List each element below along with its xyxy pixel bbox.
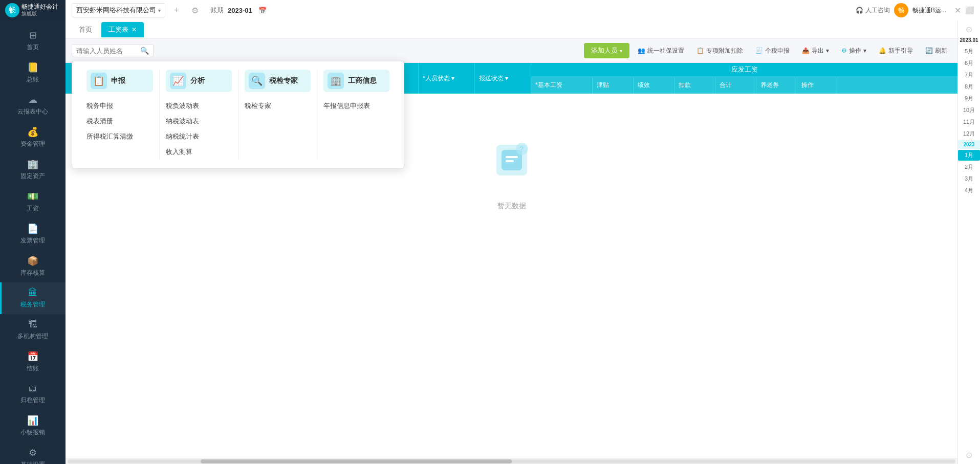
- search-container: 🔍: [72, 44, 154, 57]
- tab-home[interactable]: 首页: [72, 22, 99, 37]
- month-item-10[interactable]: 10月: [958, 105, 980, 116]
- inventory-icon: 📦: [27, 255, 38, 267]
- menu-item-income[interactable]: 收入测算: [166, 144, 232, 160]
- avatar: 畅: [894, 3, 908, 17]
- sidebar-item-tax[interactable]: 🏛 税务管理: [0, 282, 66, 314]
- sidebar-item-xiaoyang[interactable]: 📊 小畅报销: [0, 410, 66, 442]
- tab-close-icon[interactable]: ✕: [132, 26, 137, 33]
- export-dropdown-icon: ▾: [826, 47, 829, 54]
- th-total: 合计: [715, 77, 756, 94]
- guide-icon: 🔔: [879, 47, 886, 54]
- sidebar-item-inventory[interactable]: 📦 库存核算: [0, 250, 66, 282]
- dropdown-arrow-icon: ▾: [620, 48, 622, 54]
- current-year-label: 2023: [958, 140, 980, 149]
- menu-item-taxpay[interactable]: 纳税波动表: [166, 114, 232, 129]
- taxcheck-title: 税检专家: [269, 76, 298, 85]
- cloud-icon: ☁: [28, 94, 37, 105]
- month-item-6[interactable]: 6月: [958, 58, 980, 69]
- operate-button[interactable]: ⚙ 操作 ▾: [837, 45, 870, 57]
- menu-item-taxreport[interactable]: 税务申报: [86, 98, 153, 114]
- company-name: 西安虾米网络科技有限公司: [76, 6, 156, 15]
- panel-up-icon[interactable]: ⊙: [966, 25, 972, 34]
- tax-icon: 🏛: [28, 288, 37, 298]
- operate-dropdown-icon: ▾: [863, 47, 866, 54]
- guide-button[interactable]: 🔔 新手引导: [875, 45, 917, 57]
- th-base-salary: *基本工资: [531, 77, 593, 94]
- right-panel: ⊙ 2023.01 5月 6月 7月 8月 9月 10月 11月 12月 202…: [957, 20, 980, 464]
- sidebar-item-invoice[interactable]: 📄 发票管理: [0, 218, 66, 250]
- th-status: *人员状态 ▾: [419, 63, 475, 94]
- settings-icon: ⚙: [29, 447, 37, 458]
- month-item-12[interactable]: 12月: [958, 128, 980, 139]
- filter-icon[interactable]: ▾: [451, 75, 454, 82]
- sidebar-item-archive[interactable]: 🗂 归档管理: [0, 378, 66, 410]
- month-item-5[interactable]: 5月: [958, 46, 980, 57]
- settings-icon[interactable]: ⚙: [188, 3, 202, 17]
- month-item-8[interactable]: 8月: [958, 81, 980, 92]
- service-button[interactable]: 🎧 人工咨询: [856, 6, 890, 15]
- menu-section-header-shenb: 📋 申报: [86, 70, 153, 92]
- menu-item-taxexpert[interactable]: 税检专家: [245, 98, 311, 114]
- social-settings-button[interactable]: 👥 统一社保设置: [634, 45, 688, 57]
- report-icon: 📊: [27, 415, 38, 426]
- add-company-button[interactable]: +: [169, 3, 184, 17]
- maximize-icon[interactable]: ⬜: [965, 6, 974, 14]
- menu-item-taxburden[interactable]: 税负波动表: [166, 98, 232, 114]
- month-item-11[interactable]: 11月: [958, 117, 980, 127]
- search-input[interactable]: [76, 47, 138, 55]
- menu-section-bizinfo: 🏢 工商信息 年报信息申报表: [317, 70, 396, 160]
- th-report-status: 报送状态 ▾: [475, 63, 531, 94]
- scrollbar-thumb[interactable]: [201, 459, 511, 463]
- service-label: 人工咨询: [865, 6, 890, 15]
- salary-icon: 💵: [27, 191, 38, 202]
- menu-item-taxregister[interactable]: 税表清册: [86, 114, 153, 129]
- ledger-icon: 📒: [27, 62, 38, 73]
- fund-icon: 💰: [27, 126, 38, 138]
- toolbar: 🔍 添加人员 ▾ 👥 统一社保设置 📋 专项附加扣除 🧾 个税申报 📤 导出: [66, 39, 957, 63]
- th-performance: 绩效: [634, 77, 674, 94]
- sidebar-item-fund[interactable]: 💰 资金管理: [0, 121, 66, 153]
- sidebar-item-multi[interactable]: 🏗 多机构管理: [0, 314, 66, 346]
- company-selector[interactable]: 西安虾米网络科技有限公司 ▾: [72, 3, 165, 17]
- archive-icon: 🗂: [28, 383, 37, 394]
- logo-icon: 畅: [5, 3, 19, 17]
- tab-salary[interactable]: 工资表 ✕: [101, 22, 144, 37]
- export-button[interactable]: 📤 导出 ▾: [798, 45, 833, 57]
- month-item-7[interactable]: 7月: [958, 70, 980, 80]
- sidebar-item-ledger[interactable]: 📒 总账: [0, 57, 66, 89]
- sidebar-item-report[interactable]: ☁ 云报表中心: [0, 89, 66, 121]
- asset-icon: 🏢: [27, 159, 38, 170]
- sidebar-item-salary[interactable]: 💵 工资: [0, 186, 66, 218]
- month-item-1[interactable]: 1月: [958, 150, 980, 161]
- logo: 畅 畅捷通好会计 旗舰版: [0, 0, 66, 20]
- filter-report-icon[interactable]: ▾: [505, 75, 508, 82]
- sidebar-item-asset[interactable]: 🏢 固定资产: [0, 153, 66, 186]
- menu-item-annualtax[interactable]: 所得税汇算清缴: [86, 129, 153, 144]
- menu-item-taxstat[interactable]: 纳税统计表: [166, 129, 232, 144]
- th-operation: 操作: [797, 77, 838, 94]
- sidebar-item-settings[interactable]: ⚙ 基础设置: [0, 442, 66, 464]
- shenb-title: 申报: [111, 76, 125, 85]
- panel-down-icon[interactable]: ⊙: [966, 450, 972, 460]
- month-item-2[interactable]: 2月: [958, 162, 980, 172]
- add-person-button[interactable]: 添加人员 ▾: [584, 43, 629, 58]
- month-item-4[interactable]: 4月: [958, 185, 980, 196]
- horizontal-scrollbar[interactable]: [66, 458, 957, 464]
- refresh-button[interactable]: 🔄 刷新: [921, 45, 951, 57]
- close-window-icon[interactable]: ✕: [954, 6, 961, 15]
- empty-text: 暂无数据: [497, 202, 526, 211]
- special-deduction-button[interactable]: 📋 专项附加扣除: [692, 45, 747, 57]
- menu-section-shenb: 📋 申报 税务申报 税表清册 所得税汇算清缴: [80, 70, 159, 160]
- dropdown-menu[interactable]: 📋 申报 税务申报 税表清册 所得税汇算清缴 📈 分析 税负波动表 纳税波动表 …: [72, 61, 404, 168]
- month-item-9[interactable]: 9月: [958, 93, 980, 104]
- app-subtitle: 旗舰版: [21, 10, 58, 17]
- sidebar-item-home[interactable]: ⊞ 首页: [0, 25, 66, 57]
- calendar-icon[interactable]: 📅: [258, 7, 267, 14]
- sidebar-item-close[interactable]: 📅 结账: [0, 346, 66, 378]
- headset-icon: 🎧: [856, 7, 863, 14]
- home-icon: ⊞: [29, 30, 37, 41]
- user-name[interactable]: 畅捷通B运...: [912, 6, 946, 15]
- menu-item-annualreport[interactable]: 年报信息申报表: [323, 98, 389, 114]
- month-item-3[interactable]: 3月: [958, 173, 980, 184]
- tax-report-button[interactable]: 🧾 个税申报: [751, 45, 794, 57]
